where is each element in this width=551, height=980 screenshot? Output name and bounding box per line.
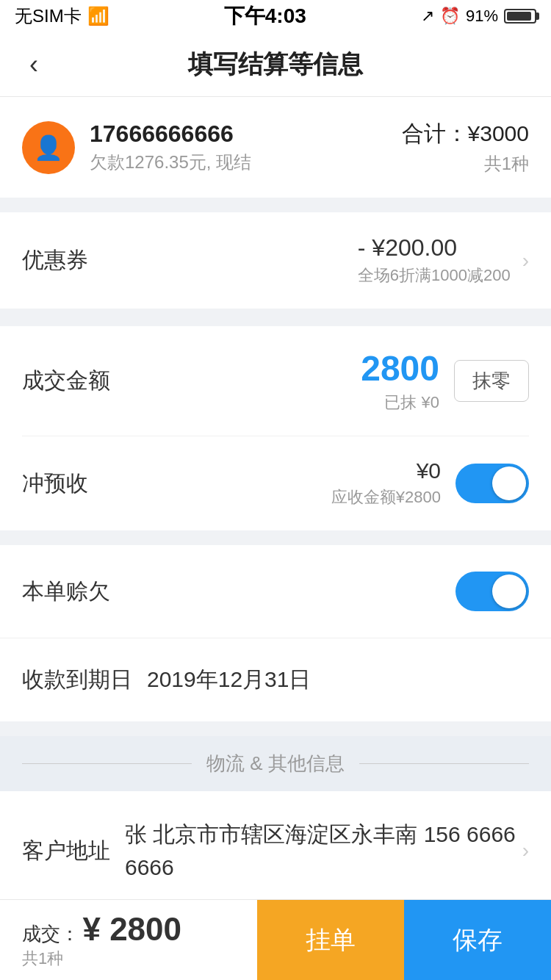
customer-info: 17666666666 欠款1276.35元, 现结 bbox=[90, 120, 251, 174]
coupon-description: 全场6折满1000减200 bbox=[358, 264, 511, 287]
status-right: ↗ ⏰ 91% bbox=[421, 7, 536, 26]
sheqian-toggle[interactable] bbox=[455, 572, 529, 611]
divider-line-right bbox=[359, 763, 529, 764]
total-amount: 合计：¥3000 bbox=[402, 119, 529, 149]
due-date-value: 2019年12月31日 bbox=[147, 665, 311, 695]
chevron-right-icon: › bbox=[522, 249, 529, 273]
bottom-total-line: 成交： ¥ 2800 bbox=[22, 911, 235, 948]
wifi-icon: 📶 bbox=[87, 6, 109, 26]
transaction-amount-right: 2800 已抹 ¥0 抹零 bbox=[361, 348, 529, 414]
bottom-total-label: 成交： bbox=[22, 923, 79, 945]
carrier-text: 无SIM卡 bbox=[15, 4, 82, 28]
main-content: 👤 17666666666 欠款1276.35元, 现结 合计：¥3000 共1… bbox=[0, 97, 551, 980]
page-title: 填写结算等信息 bbox=[188, 48, 363, 82]
status-time: 下午4:03 bbox=[224, 2, 306, 30]
nav-bar: ‹ 填写结算等信息 bbox=[0, 32, 551, 97]
coupon-row[interactable]: 优惠券 - ¥200.00 全场6折满1000减200 › bbox=[0, 212, 551, 309]
chong-amount-value: ¥0 bbox=[331, 458, 441, 483]
separator-3 bbox=[0, 721, 551, 736]
chong-yushou-toggle[interactable] bbox=[455, 464, 529, 503]
coupon-label: 优惠券 bbox=[22, 245, 88, 275]
separator-2 bbox=[0, 530, 551, 545]
transaction-amount-label: 成交金额 bbox=[22, 366, 110, 396]
chong-yushou-row: 冲预收 ¥0 应收金额¥2800 bbox=[22, 436, 529, 530]
battery-fill bbox=[507, 12, 531, 21]
separator-1 bbox=[0, 311, 551, 326]
chong-yushou-right: ¥0 应收金额¥2800 bbox=[331, 458, 529, 508]
sheqian-row: 本单赊欠 bbox=[0, 545, 551, 638]
status-bar: 无SIM卡 📶 下午4:03 ↗ ⏰ 91% bbox=[0, 0, 551, 32]
coupon-info: - ¥200.00 全场6折满1000减200 bbox=[358, 234, 511, 287]
chong-amount-sub: 应收金额¥2800 bbox=[331, 486, 441, 508]
toggle-thumb-2 bbox=[492, 574, 526, 608]
battery-text: 91% bbox=[466, 7, 498, 26]
address-chevron-icon: › bbox=[522, 839, 529, 862]
address-row[interactable]: 客户地址 张 北京市市辖区海淀区永丰南 156 6666 6666 › bbox=[0, 791, 551, 910]
location-icon: ↗ bbox=[421, 7, 434, 26]
transaction-amount-row: 成交金额 2800 已抹 ¥0 抹零 bbox=[22, 326, 529, 436]
avatar: 👤 bbox=[22, 121, 75, 174]
coupon-right: - ¥200.00 全场6折满1000减200 › bbox=[358, 234, 529, 287]
divider-line-left bbox=[22, 763, 192, 764]
address-label: 客户地址 bbox=[22, 836, 110, 866]
customer-row: 👤 17666666666 欠款1276.35元, 现结 合计：¥3000 共1… bbox=[22, 119, 529, 176]
address-value: 张 北京市市辖区海淀区永丰南 156 6666 6666 bbox=[125, 818, 518, 884]
divider-text: 物流 & 其他信息 bbox=[206, 751, 345, 777]
hang-button[interactable]: 挂单 bbox=[257, 900, 404, 981]
status-left: 无SIM卡 📶 bbox=[15, 4, 109, 28]
bottom-count: 共1种 bbox=[22, 948, 235, 970]
transaction-amount-sub: 已抹 ¥0 bbox=[361, 392, 439, 414]
avatar-icon: 👤 bbox=[34, 134, 63, 162]
total-label: 合计： bbox=[402, 121, 468, 145]
customer-left: 👤 17666666666 欠款1276.35元, 现结 bbox=[22, 120, 251, 174]
transaction-amount-value: 2800 bbox=[361, 348, 439, 389]
total-count: 共1种 bbox=[402, 152, 529, 176]
chong-amount-info: ¥0 应收金额¥2800 bbox=[331, 458, 441, 508]
alarm-icon: ⏰ bbox=[440, 7, 460, 26]
coupon-discount: - ¥200.00 bbox=[358, 234, 511, 262]
total-value: ¥3000 bbox=[468, 121, 529, 145]
amount-section: 成交金额 2800 已抹 ¥0 抹零 冲预收 ¥0 应收金额¥2800 bbox=[0, 326, 551, 530]
battery-bar bbox=[504, 9, 536, 24]
customer-card: 👤 17666666666 欠款1276.35元, 现结 合计：¥3000 共1… bbox=[0, 97, 551, 198]
bottom-total-amount: ¥ 2800 bbox=[82, 911, 181, 947]
section-divider: 物流 & 其他信息 bbox=[0, 736, 551, 791]
customer-right: 合计：¥3000 共1种 bbox=[402, 119, 529, 176]
bottom-summary: 成交： ¥ 2800 共1种 bbox=[0, 911, 257, 970]
save-button[interactable]: 保存 bbox=[404, 900, 551, 981]
back-button[interactable]: ‹ bbox=[22, 42, 46, 87]
customer-phone: 17666666666 bbox=[90, 120, 251, 148]
chong-yushou-label: 冲预收 bbox=[22, 469, 88, 499]
sheqian-label: 本单赊欠 bbox=[22, 577, 110, 607]
round-button[interactable]: 抹零 bbox=[454, 360, 529, 402]
transaction-amount-info: 2800 已抹 ¥0 bbox=[361, 348, 439, 414]
toggle-thumb bbox=[492, 466, 526, 500]
bottom-bar: 成交： ¥ 2800 共1种 挂单 保存 bbox=[0, 899, 551, 980]
due-date-row: 收款到期日 2019年12月31日 bbox=[0, 638, 551, 721]
due-date-label: 收款到期日 bbox=[22, 665, 132, 695]
customer-sub: 欠款1276.35元, 现结 bbox=[90, 151, 251, 174]
